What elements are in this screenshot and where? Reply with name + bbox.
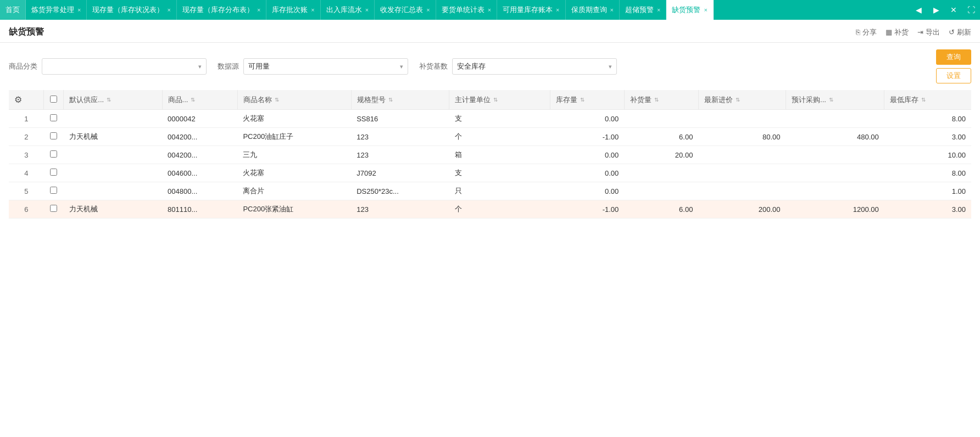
cell-code: 004600... — [162, 164, 237, 182]
row-checkbox[interactable] — [50, 205, 57, 212]
cell-min-stock: 8.00 — [884, 164, 971, 182]
close-icon[interactable]: × — [426, 7, 430, 13]
nav-tab-4[interactable]: 库存批次账 × — [266, 0, 320, 20]
row-checkbox[interactable] — [50, 132, 57, 139]
replenish-button[interactable]: ▦ 补货 — [886, 27, 909, 37]
cell-supplier: 力天机械 — [64, 200, 162, 218]
sort-icon[interactable]: ⇅ — [493, 97, 498, 103]
nav-tab-1[interactable]: 炼货异常处理 × — [26, 0, 87, 20]
nav-tab-home[interactable]: 首页 — [0, 0, 26, 20]
category-label: 商品分类 — [9, 61, 37, 71]
close-icon[interactable]: × — [257, 7, 260, 13]
sort-icon[interactable]: ⇅ — [921, 97, 926, 103]
sort-icon[interactable]: ⇅ — [580, 97, 584, 103]
category-filter: 商品分类 ▾ — [9, 58, 207, 75]
close-icon[interactable]: × — [488, 7, 491, 13]
sort-icon[interactable]: ⇅ — [654, 97, 659, 103]
close-icon[interactable]: × — [365, 7, 369, 13]
share-button[interactable]: ⎘ 分享 — [856, 27, 877, 37]
row-checkbox[interactable] — [50, 187, 57, 194]
th-checkbox — [44, 90, 64, 110]
cell-name: 火花塞 — [237, 110, 351, 128]
chevron-down-icon: ▾ — [198, 63, 202, 70]
replenish-label: 补货基数 — [419, 61, 448, 71]
close-icon[interactable]: × — [167, 7, 170, 13]
replenish-select[interactable]: 安全库存 ▾ — [452, 58, 617, 75]
nav-tab-3[interactable]: 现存量（库存分布表） × — [177, 0, 266, 20]
th-min-stock: 最低库存 ⇅ — [884, 90, 971, 110]
cell-est-purchase — [786, 146, 884, 164]
row-checkbox-cell — [44, 164, 64, 182]
th-gear: ⚙ — [9, 90, 44, 110]
category-select[interactable]: ▾ — [42, 58, 207, 75]
data-table: ⚙ 默认供应... ⇅ 商品... ⇅ — [9, 90, 971, 218]
sort-icon[interactable]: ⇅ — [275, 97, 279, 103]
nav-tab-10[interactable]: 超储预警 × — [620, 0, 666, 20]
table-row: 6 力天机械 801110... PC200张紧油缸 123 个 -1.00 6… — [9, 200, 971, 218]
nav-tab-6[interactable]: 收发存汇总表 × — [375, 0, 436, 20]
cell-name: 火花塞 — [237, 164, 351, 182]
row-number: 3 — [9, 146, 44, 164]
nav-tab-2[interactable]: 现存量（库存状况表） × — [87, 0, 176, 20]
filter-area: 商品分类 ▾ 数据源 可用量 ▾ 补货基数 安全库存 ▾ 查询 设置 — [0, 43, 980, 90]
row-checkbox-cell — [44, 110, 64, 128]
cell-unit: 支 — [449, 110, 550, 128]
cell-replenish — [624, 164, 698, 182]
row-checkbox[interactable] — [50, 114, 57, 121]
replenish-filter: 补货基数 安全库存 ▾ — [419, 58, 617, 75]
refresh-icon: ↺ — [949, 28, 955, 36]
cell-code: 004200... — [162, 128, 237, 146]
sort-icon[interactable]: ⇅ — [191, 97, 195, 103]
nav-tab-5[interactable]: 出入库流水 × — [321, 0, 375, 20]
th-code: 商品... ⇅ — [162, 90, 237, 110]
sort-icon[interactable]: ⇅ — [107, 97, 111, 103]
cell-latest-price: 80.00 — [698, 128, 786, 146]
cell-min-stock: 3.00 — [884, 128, 971, 146]
cell-min-stock: 10.00 — [884, 146, 971, 164]
nav-tab-8[interactable]: 可用量库存账本 × — [497, 0, 565, 20]
nav-next-button[interactable]: ▶ — [927, 0, 945, 20]
cell-name: PC200张紧油缸 — [237, 200, 351, 218]
close-icon[interactable]: × — [704, 7, 707, 13]
cell-supplier — [64, 182, 162, 200]
cell-spec: DS250*23c... — [351, 182, 449, 200]
cell-name: PC200油缸庄子 — [237, 128, 351, 146]
nav-tab-7[interactable]: 要货单统计表 × — [436, 0, 497, 20]
close-icon[interactable]: × — [556, 7, 559, 13]
datasource-value: 可用量 — [248, 61, 270, 71]
th-stock: 库存量 ⇅ — [550, 90, 624, 110]
table-row: 2 力天机械 004200... PC200油缸庄子 123 个 -1.00 6… — [9, 128, 971, 146]
row-number: 1 — [9, 110, 44, 128]
nav-close-button[interactable]: ✕ — [945, 0, 962, 20]
datasource-select[interactable]: 可用量 ▾ — [243, 58, 408, 75]
nav-tab-9[interactable]: 保质期查询 × — [566, 0, 620, 20]
gear-icon[interactable]: ⚙ — [14, 95, 22, 104]
row-checkbox[interactable] — [50, 169, 57, 176]
close-icon[interactable]: × — [610, 7, 614, 13]
datasource-filter: 数据源 可用量 ▾ — [218, 58, 408, 75]
close-icon[interactable]: × — [77, 7, 81, 13]
export-button[interactable]: ⇥ 导出 — [917, 27, 940, 37]
nav-prev-button[interactable]: ◀ — [910, 0, 927, 20]
th-supplier: 默认供应... ⇅ — [64, 90, 162, 110]
nav-controls: ◀ ▶ ✕ ⛶ — [910, 0, 980, 20]
nav-maximize-button[interactable]: ⛶ — [962, 0, 980, 20]
sort-icon[interactable]: ⇅ — [736, 97, 740, 103]
select-all-checkbox[interactable] — [50, 96, 57, 103]
cell-stock: -1.00 — [550, 200, 624, 218]
sort-icon[interactable]: ⇅ — [829, 97, 833, 103]
cell-latest-price — [698, 146, 786, 164]
close-icon[interactable]: × — [657, 7, 660, 13]
nav-tab-active[interactable]: 缺货预警 × — [666, 0, 713, 20]
settings-button[interactable]: 设置 — [936, 68, 971, 83]
filter-buttons: 查询 设置 — [936, 49, 971, 83]
cell-name: 三九 — [237, 146, 351, 164]
cell-unit: 箱 — [449, 146, 550, 164]
close-icon[interactable]: × — [311, 7, 314, 13]
refresh-button[interactable]: ↺ 刷新 — [949, 27, 971, 37]
query-button[interactable]: 查询 — [936, 49, 971, 65]
row-number: 6 — [9, 200, 44, 218]
chevron-down-icon: ▾ — [400, 63, 403, 70]
row-checkbox[interactable] — [50, 150, 57, 158]
sort-icon[interactable]: ⇅ — [388, 97, 393, 103]
